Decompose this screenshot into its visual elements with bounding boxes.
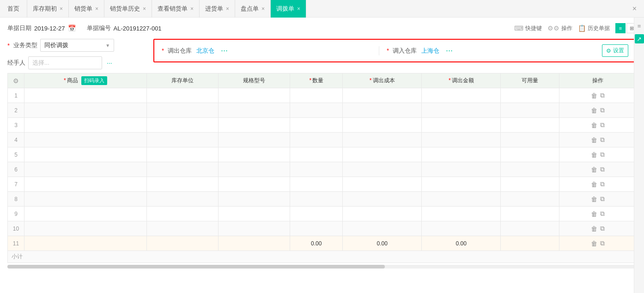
delete-icon-3[interactable]: 🗑 (591, 122, 597, 129)
row-1-cost[interactable] (343, 88, 422, 103)
sidebar-export-icon[interactable]: ↗ (635, 34, 644, 43)
copy-icon-10[interactable]: ⧉ (600, 225, 605, 232)
row-3-cost[interactable] (343, 118, 422, 133)
row-10-cost[interactable] (343, 221, 422, 236)
row-6-qty[interactable] (290, 162, 343, 177)
history-button[interactable]: 📋 历史单据 (578, 24, 610, 32)
handler-more-icon[interactable]: ··· (107, 59, 112, 67)
row-8-amount[interactable] (422, 192, 501, 207)
row-2-qty[interactable] (290, 103, 343, 118)
copy-icon-8[interactable]: ⧉ (600, 195, 605, 203)
row-7-cost[interactable] (343, 177, 422, 192)
business-type-select[interactable]: 同价调拨 ▼ (40, 39, 114, 52)
row-5-cost[interactable] (343, 147, 422, 162)
delete-icon-7[interactable]: 🗑 (591, 181, 597, 188)
row-7-qty[interactable] (290, 177, 343, 192)
settings-button[interactable]: ⚙ 设置 (602, 44, 628, 57)
tab-view-sales[interactable]: 查看销货单 × (152, 0, 200, 18)
table-settings-icon[interactable]: ⚙ (13, 77, 19, 85)
sidebar-list-icon[interactable]: ≡ (635, 21, 644, 31)
row-7-amount[interactable] (422, 177, 501, 192)
handler-select[interactable]: 选择... (28, 56, 102, 69)
row-4-product[interactable] (24, 133, 147, 147)
delete-icon-5[interactable]: 🗑 (591, 151, 597, 159)
row-6-amount[interactable] (422, 162, 501, 177)
tab-purchase-order[interactable]: 进货单 × (200, 0, 235, 18)
row-1-product[interactable] (24, 88, 147, 103)
row-7-available (501, 177, 559, 192)
copy-icon-7[interactable]: ⧉ (600, 180, 605, 188)
copy-icon-4[interactable]: ⧉ (600, 136, 605, 144)
row-3-product[interactable] (24, 118, 147, 133)
warehouse-in-more-icon[interactable]: ··· (446, 46, 453, 55)
delete-icon-9[interactable]: 🗑 (591, 210, 597, 218)
tab-transfer[interactable]: 调拨单 × (271, 0, 306, 18)
copy-icon-3[interactable]: ⧉ (600, 121, 605, 129)
tab-stocktake[interactable]: 盘点单 × (235, 0, 271, 18)
calendar-icon[interactable]: 📅 (68, 24, 76, 32)
row-10-amount[interactable] (422, 221, 501, 236)
warehouse-out-more-icon[interactable]: ··· (221, 46, 228, 55)
row-10-qty[interactable] (290, 221, 343, 236)
row-3-qty[interactable] (290, 118, 343, 133)
tab-close-sales-order[interactable]: × (95, 6, 98, 12)
tab-close-inventory-init[interactable]: × (60, 6, 63, 12)
row-9-amount[interactable] (422, 207, 501, 221)
tab-close-purchase-order[interactable]: × (226, 6, 229, 12)
row-6-product[interactable] (24, 162, 147, 177)
row-9-cost[interactable] (343, 207, 422, 221)
tab-inventory-init[interactable]: 库存期初 × (27, 0, 69, 18)
row-6-available (501, 162, 559, 177)
row-1-amount[interactable] (422, 88, 501, 103)
operations-button[interactable]: ⚙⚙ 操作 (547, 24, 572, 32)
copy-icon-2[interactable]: ⧉ (600, 106, 605, 114)
row-4-amount[interactable] (422, 133, 501, 147)
delete-icon-6[interactable]: 🗑 (591, 166, 597, 173)
delete-icon-4[interactable]: 🗑 (591, 136, 597, 144)
row-3-amount[interactable] (422, 118, 501, 133)
scrollbar-thumb[interactable] (7, 265, 385, 269)
row-9-qty[interactable] (290, 207, 343, 221)
view-list-button[interactable]: ≡ (615, 23, 626, 33)
row-9-product[interactable] (24, 207, 147, 221)
row-5-qty[interactable] (290, 147, 343, 162)
row-5-amount[interactable] (422, 147, 501, 162)
copy-icon[interactable]: ⧉ (600, 239, 605, 247)
scan-button[interactable]: 扫码录入 (81, 76, 107, 85)
row-8-product[interactable] (24, 192, 147, 207)
tab-sales-history[interactable]: 销货单历史 × (104, 0, 152, 18)
row-2-amount[interactable] (422, 103, 501, 118)
tab-close-transfer[interactable]: × (297, 6, 300, 12)
delete-icon[interactable]: 🗑 (591, 240, 597, 247)
row-5-product[interactable] (24, 147, 147, 162)
row-2-cost[interactable] (343, 103, 422, 118)
copy-icon-5[interactable]: ⧉ (600, 151, 605, 159)
tab-close-stocktake[interactable]: × (261, 6, 265, 12)
tab-home[interactable]: 首页 (4, 0, 27, 18)
tab-sales-order[interactable]: 销货单 × (69, 0, 104, 18)
table-row: 2 🗑 ⧉ (8, 103, 637, 118)
tab-close-view-sales[interactable]: × (190, 6, 194, 12)
row-4-cost[interactable] (343, 133, 422, 147)
row-2-product[interactable] (24, 103, 147, 118)
copy-icon-6[interactable]: ⧉ (600, 165, 605, 173)
tab-bar: 首页 库存期初 × 销货单 × 销货单历史 × 查看销货单 × 进货单 × 盘点… (0, 0, 644, 18)
horizontal-scrollbar[interactable] (7, 265, 637, 269)
copy-icon-9[interactable]: ⧉ (600, 210, 605, 218)
row-6-cost[interactable] (343, 162, 422, 177)
row-1-qty[interactable] (290, 88, 343, 103)
delete-icon-10[interactable]: 🗑 (591, 225, 597, 232)
row-4-qty[interactable] (290, 133, 343, 147)
row-8-qty[interactable] (290, 192, 343, 207)
shortcut-button[interactable]: ⌨ 快捷键 (514, 24, 542, 32)
tab-close-sales-history[interactable]: × (143, 6, 146, 12)
row-8-cost[interactable] (343, 192, 422, 207)
subtotal-row: 11 0.00 0.00 0.00 🗑 ⧉ (8, 236, 637, 251)
delete-icon-8[interactable]: 🗑 (591, 195, 597, 203)
delete-icon-1[interactable]: 🗑 (591, 92, 597, 99)
copy-icon-1[interactable]: ⧉ (600, 92, 605, 99)
window-close-button[interactable]: × (629, 3, 640, 15)
row-7-product[interactable] (24, 177, 147, 192)
delete-icon-2[interactable]: 🗑 (591, 107, 597, 114)
row-10-product[interactable] (24, 221, 147, 236)
